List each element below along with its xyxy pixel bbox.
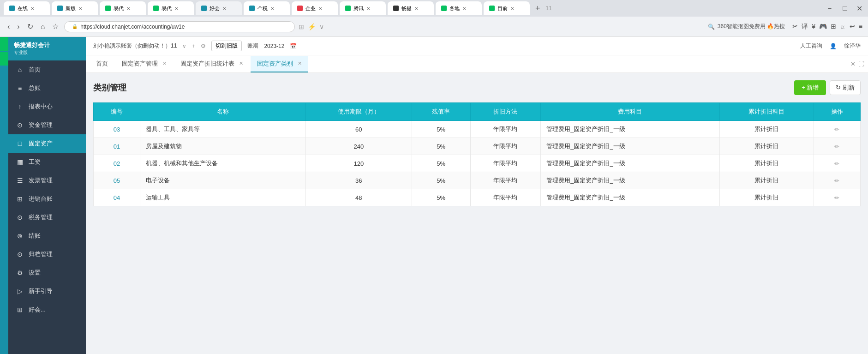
browser-tab-5[interactable]: 好会 ✕ xyxy=(196,1,242,15)
browser-tab-11[interactable]: 目前 ✕ xyxy=(484,1,530,15)
calendar-icon[interactable]: 📅 xyxy=(290,43,297,49)
edit-icon[interactable]: ✏ xyxy=(834,194,839,201)
browser-tab-10[interactable]: 各地 ✕ xyxy=(436,1,482,15)
tab-expand-icon[interactable]: ⛶ xyxy=(858,60,864,67)
page-title: 类别管理 xyxy=(93,82,126,93)
sidebar-item-payroll[interactable]: ▦ 工资 xyxy=(8,153,86,171)
table-row: 04 运输工具 48 5% 年限平均 管理费用_固定资产折旧_一级 累计折旧 ✏ xyxy=(94,189,861,206)
table-row: 03 器具、工具、家具等 60 5% 年限平均 管理费用_固定资产折旧_一级 累… xyxy=(94,121,861,138)
inventory-icon: ⊞ xyxy=(16,195,24,203)
forward-button[interactable]: › xyxy=(15,21,21,33)
dropdown-icon[interactable]: ∨ xyxy=(182,43,186,49)
browser-tab-8[interactable]: 腾讯 ✕ xyxy=(340,1,386,15)
tab-label: 固定资产类别 xyxy=(257,60,293,68)
address-bar[interactable]: 🔒 https://cloud.chanjet.com/accounting/u… xyxy=(64,21,295,32)
sidebar-item-label: 进销台账 xyxy=(29,195,53,203)
maximize-button[interactable]: □ xyxy=(841,2,849,15)
edit-icon[interactable]: ✏ xyxy=(834,177,839,184)
search-icon: 🔍 xyxy=(708,24,715,30)
back-button[interactable]: ‹ xyxy=(6,21,12,33)
tab-collapse-icon[interactable]: ✕ xyxy=(850,60,856,67)
new-tab-button[interactable]: + xyxy=(533,2,542,15)
cell-accumulated: 累计折旧 xyxy=(719,138,814,155)
sidebar-item-fixed-assets[interactable]: □ 固定资产 xyxy=(8,134,86,153)
games-icon[interactable]: 🎮 xyxy=(819,23,827,31)
tab-home[interactable]: 首页 xyxy=(90,56,114,72)
bookmark-button[interactable]: ☆ xyxy=(50,20,60,33)
cell-code: 03 xyxy=(94,121,140,138)
header-actions: + 新增 ↻ 刷新 xyxy=(794,80,861,95)
sidebar-item-guide[interactable]: ▷ 新手引导 xyxy=(8,282,86,300)
browser-tab-4[interactable]: 易代 ✕ xyxy=(148,1,194,15)
add-button[interactable]: + 新增 xyxy=(794,80,826,95)
switch-to-old-button[interactable]: 切到旧版 xyxy=(211,41,242,51)
sidebar-item-hao[interactable]: ⊞ 好会... xyxy=(8,300,86,319)
cell-expense: 管理费用_固定资产折旧_一级 xyxy=(541,121,719,138)
tab-asset-categories[interactable]: 固定资产类别 ✕ xyxy=(251,56,308,72)
browser-tab-9[interactable]: 畅提 ✕ xyxy=(388,1,434,15)
sidebar-item-inventory[interactable]: ⊞ 进销台账 xyxy=(8,190,86,208)
tab-fixed-assets-mgmt[interactable]: 固定资产管理 ✕ xyxy=(115,56,173,72)
home-icon: ⌂ xyxy=(16,66,24,73)
undo-icon[interactable]: ↩ xyxy=(850,23,855,31)
page-header: 类别管理 + 新增 ↻ 刷新 xyxy=(93,80,861,95)
home-button[interactable]: ⌂ xyxy=(39,21,47,33)
user-avatar: 👤 xyxy=(830,43,837,49)
payroll-icon: ▦ xyxy=(16,158,24,166)
tax-icon: ⊙ xyxy=(16,214,24,221)
cell-accumulated: 累计折旧 xyxy=(719,155,814,172)
cell-expense: 管理费用_固定资产折旧_一级 xyxy=(541,189,719,206)
sidebar-item-closing[interactable]: ⊚ 结账 xyxy=(8,227,86,245)
col-header-accumulated: 累计折旧科目 xyxy=(719,103,814,121)
tab-close-icon[interactable]: ✕ xyxy=(239,60,243,66)
cell-period: 60 xyxy=(305,121,412,138)
grid-icon[interactable]: ⊞ xyxy=(831,23,836,31)
left-indicator-1 xyxy=(0,37,8,51)
theme-icon[interactable]: ☼ xyxy=(840,23,846,31)
browser-tab-3[interactable]: 易代 ✕ xyxy=(100,1,146,15)
close-button[interactable]: ✕ xyxy=(855,2,864,15)
menu-icon[interactable]: ≡ xyxy=(859,23,862,31)
refresh-button[interactable]: ↻ 刷新 xyxy=(830,80,861,95)
tab-depreciation-stats[interactable]: 固定资产折旧统计表 ✕ xyxy=(174,56,250,72)
sidebar-item-reports[interactable]: ↑ 报表中心 xyxy=(8,97,86,116)
settings-icon: ⚙ xyxy=(16,269,24,276)
closing-icon: ⊚ xyxy=(16,232,24,240)
sidebar-item-settings[interactable]: ⚙ 设置 xyxy=(8,264,86,282)
cell-rate: 5% xyxy=(412,172,470,189)
search-area[interactable]: 🔍 360智能抠图免费用 🔥热搜 xyxy=(708,23,785,30)
browser-tab-1[interactable]: 在线 ✕ xyxy=(4,1,50,15)
sidebar-item-label: 结账 xyxy=(29,232,41,240)
settings-icon[interactable]: ⚙ xyxy=(201,43,206,49)
sidebar-item-ledger[interactable]: ≡ 总账 xyxy=(8,79,86,97)
sidebar-item-invoices[interactable]: ☰ 发票管理 xyxy=(8,171,86,190)
browser-tab-2[interactable]: 新版 ✕ xyxy=(52,1,98,15)
consultant-link[interactable]: 人工咨询 xyxy=(800,42,822,50)
sidebar-item-label: 归档管理 xyxy=(29,250,53,258)
browser-tab-6[interactable]: 个税 ✕ xyxy=(244,1,290,15)
scissors-icon[interactable]: ✂ xyxy=(792,23,798,31)
minimize-button[interactable]: － xyxy=(824,2,835,15)
add-account-icon[interactable]: + xyxy=(192,43,195,49)
table-row: 05 电子设备 36 5% 年限平均 管理费用_固定资产折旧_一级 累计折旧 ✏ xyxy=(94,172,861,189)
edit-icon[interactable]: ✏ xyxy=(834,143,839,150)
table-row: 01 房屋及建筑物 240 5% 年限平均 管理费用_固定资产折旧_一级 累计折… xyxy=(94,138,861,155)
cell-accumulated: 累计折旧 xyxy=(719,172,814,189)
qr-icon: ⊞ xyxy=(299,23,304,30)
sidebar-item-archive[interactable]: ⊙ 归档管理 xyxy=(8,245,86,264)
edit-icon[interactable]: ✏ xyxy=(834,126,839,133)
sidebar-item-tax[interactable]: ⊙ 税务管理 xyxy=(8,208,86,227)
tab-close-icon[interactable]: ✕ xyxy=(162,60,167,66)
wallet-icon[interactable]: ¥ xyxy=(812,23,815,31)
reports-icon: ↑ xyxy=(16,103,24,110)
url-text: https://cloud.chanjet.com/accounting/uw1… xyxy=(80,24,185,30)
browser-tab-7[interactable]: 企业 ✕ xyxy=(292,1,338,15)
sidebar-logo-sub: 专业版 xyxy=(14,49,50,56)
cell-actions: ✏ xyxy=(814,138,860,155)
sidebar-item-funds[interactable]: ⊙ 资金管理 xyxy=(8,116,86,134)
edit-icon[interactable]: ✏ xyxy=(834,160,839,167)
translate-icon[interactable]: 译 xyxy=(802,23,808,31)
reload-button[interactable]: ↻ xyxy=(25,20,35,33)
sidebar-item-home[interactable]: ⌂ 首页 xyxy=(8,60,86,79)
tab-close-icon[interactable]: ✕ xyxy=(298,60,302,66)
